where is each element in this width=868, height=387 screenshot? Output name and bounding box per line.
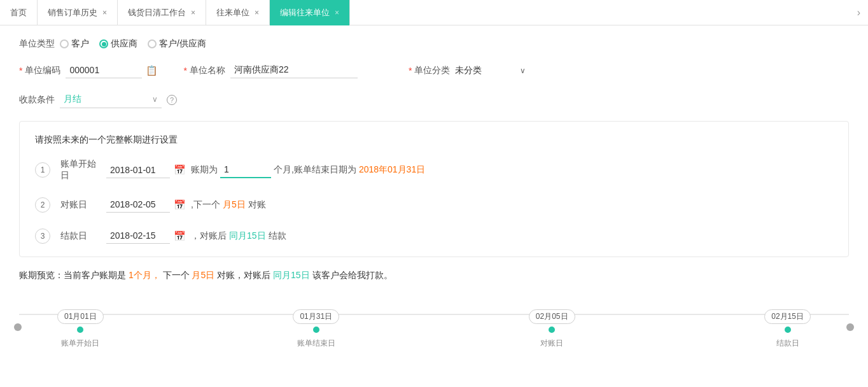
row-label-3: 结款日	[60, 230, 96, 242]
unit-category-field: * 单位分类 未分类 ∨	[409, 65, 570, 76]
month-value-input[interactable]	[220, 162, 271, 178]
payment-terms-row: 收款条件 月结 ∨ ?	[19, 91, 849, 108]
payment-date-cal-icon[interactable]: 📅	[174, 230, 186, 242]
preview-mid2: 对账，对账后	[217, 270, 270, 280]
timeline-point-3: 02月05日 对账日	[529, 309, 575, 349]
payment-terms-arrow: ∨	[152, 95, 158, 104]
preview-mid1: 下一个	[163, 270, 190, 280]
start-date-input[interactable]	[106, 162, 170, 178]
row-2-highlight: 月5日	[223, 199, 246, 211]
reconcile-date-input[interactable]	[106, 197, 170, 213]
timeline-point-2: 01月31日 账单结束日	[293, 309, 339, 349]
payment-terms-value: 月结	[64, 94, 147, 105]
timeline-left-endpoint	[14, 323, 22, 331]
unit-info-row: * 单位编码 📋 * 单位名称 * 单位分类 未分类 ∨	[19, 62, 849, 78]
row-1-suffix: 账期为 个月,账单结束日期为 2018年01月31日	[191, 162, 425, 178]
payment-terms-select[interactable]: 月结 ∨	[60, 91, 162, 108]
settings-panel: 请按照未来的一个完整帐期进行设置 1 账单开始日 📅 账期为 个月,账单结束日期…	[19, 121, 849, 257]
radio-supplier[interactable]: 供应商	[99, 38, 137, 50]
radio-customer-supplier-label: 客户/供应商	[159, 38, 206, 50]
tab-bar: 首页 销售订单历史 × 钱货日清工作台 × 往来单位 × 编辑往来单位 × ›	[0, 0, 868, 25]
tab-more-button[interactable]: ›	[850, 7, 868, 18]
end-date-highlight: 2018年01月31日	[359, 164, 425, 176]
preview-highlight3: 同月15日	[273, 270, 310, 280]
unit-code-icon[interactable]: 📋	[146, 65, 158, 76]
timeline-container: 01月01日 账单开始日 01月31日 账单结束日 02月05日 对账日 02月…	[19, 297, 849, 368]
row-3-suffix-pre: ，对账后	[191, 230, 227, 242]
radio-supplier-circle	[99, 39, 108, 48]
tab-edit-partner-unit[interactable]: 编辑往来单位 ×	[270, 0, 350, 25]
unit-category-select[interactable]: 未分类 ∨	[455, 65, 570, 76]
tab-partner-units[interactable]: 往来单位 ×	[206, 0, 270, 25]
tab-sales-order-history[interactable]: 销售订单历史 ×	[38, 0, 118, 25]
radio-group-unit-type: 客户 供应商 客户/供应商	[60, 38, 206, 50]
timeline-badge-2: 01月31日	[293, 309, 339, 324]
unit-type-field: 单位类型 客户 供应商 客户/供应商	[19, 38, 206, 50]
radio-customer[interactable]: 客户	[60, 38, 89, 50]
tab-edit-partner-unit-label: 编辑往来单位	[280, 7, 330, 18]
timeline-dot-1	[77, 327, 83, 333]
row-3-suffix-post: 结款	[269, 230, 286, 242]
unit-type-label: 单位类型	[19, 38, 55, 50]
payment-terms-help-icon[interactable]: ?	[167, 95, 177, 105]
tab-home[interactable]: 首页	[0, 0, 38, 25]
radio-supplier-label: 供应商	[111, 38, 137, 50]
timeline-dot-4	[785, 327, 791, 333]
reconcile-date-cal-icon[interactable]: 📅	[174, 199, 186, 211]
unit-code-label: 单位编码	[25, 65, 60, 76]
timeline-badge-3: 02月05日	[529, 309, 575, 324]
setting-row-2: 2 对账日 📅 ,下一个 月5日 对账	[35, 197, 833, 213]
tab-cash-goods-workbench-close[interactable]: ×	[191, 8, 195, 17]
row-num-3: 3	[35, 229, 50, 244]
unit-category-required: *	[409, 66, 412, 76]
payment-terms-field: 收款条件 月结 ∨ ?	[19, 91, 177, 108]
row-1-suffix-mid: 个月,账单结束日期为	[274, 164, 356, 176]
tab-home-label: 首页	[10, 7, 27, 18]
row-2-suffix: ,下一个 月5日 对账	[191, 199, 266, 211]
unit-type-row: 单位类型 客户 供应商 客户/供应商	[19, 38, 849, 50]
tab-edit-partner-unit-close[interactable]: ×	[335, 8, 339, 17]
unit-name-input[interactable]	[230, 62, 358, 78]
unit-category-label: 单位分类	[414, 65, 450, 76]
timeline-label-1: 账单开始日	[61, 338, 99, 349]
panel-title: 请按照未来的一个完整帐期进行设置	[35, 134, 833, 146]
timeline-badge-1: 01月01日	[57, 309, 104, 324]
preview-highlight1: 1个月，	[129, 270, 160, 280]
timeline-point-1: 01月01日 账单开始日	[57, 309, 104, 349]
row-1-suffix-pre: 账期为	[191, 164, 218, 176]
start-date-cal-icon[interactable]: 📅	[174, 164, 186, 176]
timeline-label-2: 账单结束日	[297, 338, 335, 349]
unit-code-required: *	[19, 66, 22, 76]
timeline-right-endpoint	[846, 323, 854, 331]
row-label-1: 账单开始日	[60, 158, 96, 181]
payment-date-input[interactable]	[106, 228, 170, 244]
radio-customer-supplier[interactable]: 客户/供应商	[148, 38, 206, 50]
tab-sales-order-history-close[interactable]: ×	[102, 8, 107, 17]
tab-partner-units-label: 往来单位	[216, 7, 249, 18]
preview-highlight2: 月5日	[192, 270, 214, 280]
row-2-suffix-post: 对账	[248, 199, 266, 211]
timeline-points: 01月01日 账单开始日 01月31日 账单结束日 02月05日 对账日 02月…	[19, 309, 849, 349]
tab-cash-goods-workbench-label: 钱货日清工作台	[128, 7, 186, 18]
preview-text: 账期预览：当前客户账期是 1个月， 下一个 月5日 对账，对账后 同月15日 该…	[19, 270, 849, 281]
main-content: 单位类型 客户 供应商 客户/供应商 * 单位编码	[0, 25, 868, 387]
timeline-dot-2	[313, 327, 319, 333]
row-label-2: 对账日	[60, 199, 96, 211]
tab-cash-goods-workbench[interactable]: 钱货日清工作台 ×	[118, 0, 206, 25]
unit-name-field: * 单位名称	[183, 62, 357, 78]
timeline-point-4: 02月15日 结款日	[764, 309, 811, 349]
row-3-highlight: 同月15日	[229, 230, 266, 242]
tab-sales-order-history-label: 销售订单历史	[48, 7, 97, 18]
setting-row-1: 1 账单开始日 📅 账期为 个月,账单结束日期为 2018年01月31日	[35, 158, 833, 181]
radio-customer-circle	[60, 39, 69, 48]
radio-customer-label: 客户	[71, 38, 89, 50]
row-num-2: 2	[35, 197, 50, 213]
unit-code-input[interactable]	[66, 62, 142, 78]
unit-name-label: 单位名称	[190, 65, 225, 76]
unit-name-required: *	[183, 66, 186, 76]
unit-category-value: 未分类	[455, 65, 482, 76]
tab-partner-units-close[interactable]: ×	[255, 8, 259, 17]
unit-code-field: * 单位编码 📋	[19, 62, 158, 78]
preview-prefix: 账期预览：当前客户账期是	[19, 270, 126, 280]
timeline-badge-4: 02月15日	[764, 309, 811, 324]
